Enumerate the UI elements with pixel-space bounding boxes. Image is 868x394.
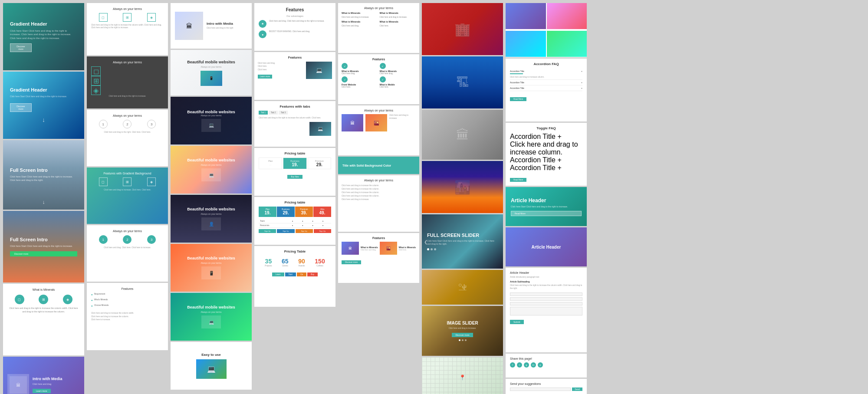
article-header-text: Click here Start Click here and drag to … [511, 205, 582, 208]
social-icon-gp[interactable]: g [524, 362, 529, 368]
p3-btn-4[interactable]: Buy [307, 273, 318, 276]
p2-p2-price: 29. [277, 210, 294, 215]
acc-label-2: Accordion Title [510, 81, 524, 84]
mobile-blue-mockup: 💻 [201, 119, 221, 132]
col5-feat-2: What is Minerals Click here and drag to … [380, 12, 416, 19]
arch-photo-2-placeholder: 🏗 [422, 56, 503, 108]
article-header-photo-bg: Article Header [506, 227, 587, 266]
always-terms-1-title: Always on your terms [91, 7, 164, 10]
image-slider-text: Click here and drag to increase. [449, 327, 477, 329]
suggestions-btn[interactable]: Send [572, 387, 582, 391]
col5-f-icon-2: ✓ [380, 63, 386, 69]
tab-3[interactable]: Tab 3 [279, 111, 288, 115]
num-circle-1: 1 [99, 120, 108, 128]
article-input-2[interactable] [510, 297, 582, 301]
plan-1-features: ··· [260, 164, 281, 166]
col5-feat-1-title: What is Minerals [342, 12, 378, 15]
mobile-mockup-1: 📱 [201, 71, 222, 86]
features-nums-teal-card: Always on your terms 1 2 3 Click here an… [87, 225, 168, 282]
fullscreen-intro-card-2: Full Screen Intro Click here Start Click… [3, 211, 84, 282]
mobile-orange-card: Beautiful mobile websites Always on your… [171, 244, 252, 292]
photo-grid-4 [547, 31, 587, 57]
tab-2[interactable]: Tab 2 [269, 111, 278, 115]
social-icon-tw[interactable]: t [517, 362, 522, 368]
p2-btn-2[interactable]: Sign Up [277, 229, 294, 233]
p2-btn-3[interactable]: Sign Up [296, 229, 313, 233]
suggestions-input[interactable] [510, 387, 571, 391]
article-input-3[interactable] [510, 302, 582, 305]
column-7: Accordion FAQ Accordion Title + Click he… [504, 2, 588, 394]
article-header-btn[interactable]: Read More [511, 211, 582, 216]
tab-1[interactable]: Tab 1 [259, 111, 268, 115]
article-textarea[interactable] [510, 307, 582, 315]
counters-row: 35 Projects 65 Clients 90 Awards 150 Cof… [258, 256, 332, 269]
feature-text-2: BOOST YOUR RANKING. Click here and drag. [269, 30, 310, 33]
p3-btn-2[interactable]: Start [285, 273, 296, 276]
pricing-table-card-2: Pricing table Plan 19. Business 29. Prem… [254, 197, 335, 245]
gradient-header-1-btn[interactable]: Discover more [10, 43, 32, 52]
slider-arrow-left-icon[interactable]: ❮ [424, 239, 427, 244]
features-laptop-image: 💻 [306, 62, 332, 79]
col5-f2-3: ✓ Front Website Click here. [342, 76, 378, 88]
main-grid: Gradient Header Click here Start Click h… [0, 0, 868, 394]
toggle-arrow-2: + [557, 156, 561, 164]
gradient-header-2-btn[interactable]: Discover more [10, 103, 32, 112]
col5-f2-4-title: What is Mobile [380, 83, 416, 86]
accordion-btn[interactable]: Read More [510, 97, 526, 101]
social-icon-in[interactable]: in [531, 362, 536, 368]
tr2-col1: Resources [259, 223, 291, 228]
col5-f2-1: ✓ What is Minerals Click here drag. [342, 63, 378, 75]
intro-media-1-btn[interactable]: Learn more [33, 389, 51, 393]
pricing-1-btn[interactable]: Buy Now [287, 175, 302, 179]
pricing-2-plan-2: Business 29. [277, 207, 295, 217]
fullscreen-intro-2-btn[interactable]: Discover more [10, 251, 77, 256]
mobile-green-title: Beautiful mobile websites [187, 305, 235, 309]
col5-always-text: Always on your terms Click here and drag… [338, 175, 419, 232]
col5-features-btn[interactable]: Discover more [342, 260, 361, 264]
col5-f-icon-3: ✓ [342, 76, 348, 82]
pricing-plan-2: Business 19. [283, 158, 306, 169]
features-icons-text: Click here and drag to the right to incr… [7, 307, 80, 313]
col5-img-1-label: What is Minerals [361, 246, 378, 249]
num-circle-2: 2 [123, 120, 132, 128]
toggle-btn[interactable]: Read More [510, 178, 526, 182]
fg-icon-2: ⊞ [123, 177, 132, 186]
p3-btn-1[interactable]: Learn [272, 273, 284, 276]
pricing-table-card-3: Pricing Table 35 Projects 65 Clients 90 … [254, 246, 335, 307]
acc-title-2: Accordion Title + [510, 81, 582, 84]
col3-intro-title: Intro with Media [207, 22, 233, 26]
arch-sand-card: 🏜 [422, 270, 503, 305]
always-terms-dark-card: Always on your terms ◻ ⊞ ◈ Click here an… [87, 56, 168, 108]
article-form-btn[interactable]: Submit [510, 320, 524, 324]
toggle-faq-title: Toggle FAQ [510, 126, 582, 130]
social-icon-fb[interactable]: f [510, 362, 515, 368]
pricing-2-plan-1: Plan 19. [259, 207, 276, 217]
feature-circle-2: ● [259, 30, 266, 38]
toggle-item-2: Accordion Title + [510, 156, 582, 164]
col5-feat-4: What is Minerals Click here. [380, 20, 416, 27]
social-icon-pi[interactable]: p [538, 362, 543, 368]
table-row-1: Team ● ● ● ● [259, 219, 331, 223]
arrow-down-icon: ↓ [43, 199, 45, 205]
mobile-green-mockup: 💻 [201, 315, 221, 328]
features-plain-list: ● Requirement ● What's Minerals ● Choose… [91, 292, 164, 321]
easy-use-card: Easy to use 💻 [171, 342, 252, 390]
full-screen-slider-text: Click here Start Click here and drag to … [427, 240, 498, 246]
p2-p3-price: 39. [296, 210, 312, 215]
at-icon-1: ◻ [99, 13, 108, 22]
p2-btn-1[interactable]: Sign Up [259, 229, 276, 233]
col5-always-media-title: Always on your terms [342, 109, 416, 112]
article-input-1[interactable] [510, 292, 582, 296]
map-card: 📍 [422, 357, 503, 394]
col5-features-imgs-title: Features [342, 236, 416, 240]
media-image-placeholder: 🏛 [10, 376, 27, 394]
p2-btn-4[interactable]: Sign Up [314, 229, 331, 233]
image-slider-btn[interactable]: Discover more [452, 333, 473, 337]
pricing-2-plans: Plan 19. Business 29. Premium 39. Ultra … [259, 207, 331, 217]
col5-media-image-2: 🌇 [365, 114, 387, 131]
col5-feat-3-title: What is Minerals [342, 20, 378, 24]
p3-btn-3[interactable]: Go [297, 273, 306, 276]
pricing-1-plans: Plan ··· Business 19. Premium 29. [259, 158, 331, 169]
features-laptop-btn[interactable]: Learn more [258, 75, 272, 79]
always-terms-1-text: Click here and drag to the right to incr… [91, 24, 164, 30]
